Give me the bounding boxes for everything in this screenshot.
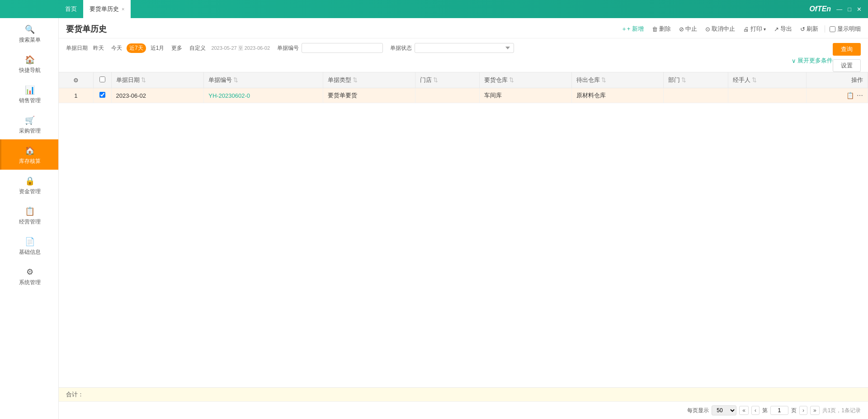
delete-icon: 🗑 — [652, 26, 658, 33]
search-icon: 🔍 — [25, 24, 35, 34]
td-department — [664, 88, 728, 103]
filter-area: 单据日期 昨天 今天 近7天 近1月 更多 自定义 2023-05-27 至 2… — [66, 43, 833, 67]
td-docdate: 2023-06-02 — [111, 88, 204, 103]
sidebar-item-inventory[interactable]: 🏠 库存核算 — [0, 139, 58, 170]
sidebar-item-system[interactable]: ⚙ 系统管理 — [0, 261, 58, 291]
table-body: 1 2023-06-02 YH-20230602-0 要货单要货 车间库 原材料… — [59, 88, 868, 103]
export-button[interactable]: ↗ 导出 — [772, 24, 794, 34]
sort-docdate-icon[interactable]: ⇅ — [141, 76, 146, 83]
content-area: 要货单历史 ＋ + 新增 🗑 删除 ⊘ 中止 ⊙ 取消中止 — [59, 18, 868, 419]
table-settings-icon[interactable]: ⚙ — [73, 77, 79, 84]
sidebar-item-finance[interactable]: 🔒 资金管理 — [0, 170, 58, 200]
docno-input[interactable] — [302, 43, 383, 53]
cancel-stop-button[interactable]: ⊙ 取消中止 — [703, 24, 737, 34]
tab-requisition-history[interactable]: 要货单历史 × — [83, 0, 131, 18]
sort-store-icon[interactable]: ⇅ — [433, 76, 438, 83]
expand-more-btn[interactable]: ∨ 展开更多条件 — [792, 57, 833, 65]
sort-docno-icon[interactable]: ⇅ — [233, 76, 238, 83]
row-more-icon[interactable]: ⋯ — [857, 92, 863, 99]
page-word: 第 — [762, 407, 768, 414]
th-department: 部门⇅ — [664, 72, 728, 88]
row-checkbox[interactable] — [99, 92, 105, 98]
status-select[interactable] — [415, 43, 514, 53]
page-input[interactable] — [770, 406, 788, 415]
display-detail-checkbox[interactable] — [830, 26, 835, 32]
new-button[interactable]: ＋ + 新增 — [619, 24, 646, 34]
td-doctype: 要货单要货 — [323, 88, 415, 103]
row-edit-icon[interactable]: 📋 — [846, 92, 854, 99]
docno-label: 单据编号 — [277, 44, 299, 52]
print-dropdown-icon: ▾ — [764, 27, 766, 32]
sidebar-item-operations[interactable]: 📋 经营管理 — [0, 200, 58, 230]
stop-button[interactable]: ⊘ 中止 — [677, 24, 699, 34]
td-checkbox[interactable] — [93, 88, 111, 103]
query-buttons: 查询 设置 — [833, 43, 861, 72]
date-label: 单据日期 — [66, 44, 88, 52]
cancel-stop-icon: ⊙ — [705, 26, 710, 33]
tab-close-icon[interactable]: × — [122, 6, 124, 12]
sidebar-item-quicknav[interactable]: 🏠 快捷导航 — [0, 48, 58, 79]
first-page-btn[interactable]: « — [739, 406, 749, 415]
date-range-display: 2023-05-27 至 2023-06-02 — [211, 45, 270, 52]
sort-doctype-icon[interactable]: ⇅ — [353, 76, 358, 83]
sort-reqwarehouse-icon[interactable]: ⇅ — [509, 76, 514, 83]
print-icon: 🖨 — [743, 26, 749, 33]
delete-button[interactable]: 🗑 删除 — [650, 24, 673, 34]
stop-icon: ⊘ — [679, 26, 684, 33]
date-filter-chips: 昨天 今天 近7天 近1月 更多 自定义 — [90, 43, 208, 53]
settings-button[interactable]: 设置 — [833, 59, 861, 72]
sidebar-item-search[interactable]: 🔍 搜索菜单 — [0, 18, 58, 48]
th-doctype: 单据类型⇅ — [323, 72, 415, 88]
th-docdate: 单据日期⇅ — [111, 72, 204, 88]
cart-icon: 🛒 — [25, 115, 35, 125]
th-settings[interactable]: ⚙ — [59, 72, 93, 88]
date-chip-more[interactable]: 更多 — [169, 43, 185, 53]
home-icon: 🏠 — [25, 55, 35, 65]
td-index: 1 — [59, 88, 93, 103]
status-label: 单据状态 — [390, 44, 412, 52]
page-suffix: 页 — [791, 407, 797, 414]
th-checkbox — [93, 72, 111, 88]
print-button[interactable]: 🖨 打印 ▾ — [741, 24, 768, 34]
sidebar-item-purchase[interactable]: 🛒 采购管理 — [0, 109, 58, 139]
last-page-btn[interactable]: » — [810, 406, 820, 415]
sidebar-item-sales[interactable]: 📊 销售管理 — [0, 79, 58, 109]
td-docno[interactable]: YH-20230602-0 — [204, 88, 323, 103]
date-chip-today[interactable]: 今天 — [108, 43, 125, 53]
select-all-checkbox[interactable] — [99, 76, 105, 82]
docno-filter-group: 单据编号 — [277, 43, 383, 53]
prev-page-btn[interactable]: ‹ — [751, 406, 760, 415]
date-chip-1month[interactable]: 近1月 — [148, 43, 167, 53]
td-store — [415, 88, 480, 103]
refresh-button[interactable]: ↺ 刷新 — [798, 24, 820, 34]
page-title: 要货单历史 — [66, 24, 107, 34]
basicinfo-icon: 📄 — [25, 237, 35, 247]
date-chip-custom[interactable]: 自定义 — [187, 43, 208, 53]
td-operation: 📋 ⋯ — [807, 88, 868, 103]
th-handler: 经手人⇅ — [728, 72, 807, 88]
plus-icon: ＋ — [621, 25, 627, 33]
sort-department-icon[interactable]: ⇅ — [681, 76, 686, 83]
close-btn[interactable]: ✕ — [857, 6, 862, 13]
pagesize-select[interactable]: 50 20 100 200 — [712, 405, 736, 415]
query-button[interactable]: 查询 — [833, 43, 861, 56]
data-table: ⚙ 单据日期⇅ 单据编号⇅ 单据类型⇅ — [59, 72, 868, 103]
maximize-btn[interactable]: □ — [848, 6, 851, 13]
docno-link[interactable]: YH-20230602-0 — [208, 92, 250, 99]
tab-home[interactable]: 首页 — [59, 0, 83, 18]
chevron-down-icon: ∨ — [792, 57, 796, 64]
date-chip-yesterday[interactable]: 昨天 — [90, 43, 107, 53]
sidebar-item-basicinfo[interactable]: 📄 基础信息 — [0, 230, 58, 261]
sort-pendingwarehouse-icon[interactable]: ⇅ — [601, 76, 606, 83]
minimize-btn[interactable]: — — [836, 6, 842, 13]
warehouse-icon: 🏠 — [25, 146, 35, 156]
th-store: 门店⇅ — [415, 72, 480, 88]
main-layout: 🔍 搜索菜单 🏠 快捷导航 📊 销售管理 🛒 采购管理 🏠 库存核算 🔒 资金管… — [0, 18, 868, 419]
display-detail-btn[interactable]: 显示明细 — [830, 25, 861, 33]
table-header-row: ⚙ 单据日期⇅ 单据编号⇅ 单据类型⇅ — [59, 72, 868, 88]
status-filter-group: 单据状态 — [390, 43, 514, 53]
gear-icon: ⚙ — [26, 267, 33, 277]
next-page-btn[interactable]: › — [799, 406, 807, 415]
sort-handler-icon[interactable]: ⇅ — [752, 76, 757, 83]
date-chip-7days[interactable]: 近7天 — [127, 43, 146, 53]
